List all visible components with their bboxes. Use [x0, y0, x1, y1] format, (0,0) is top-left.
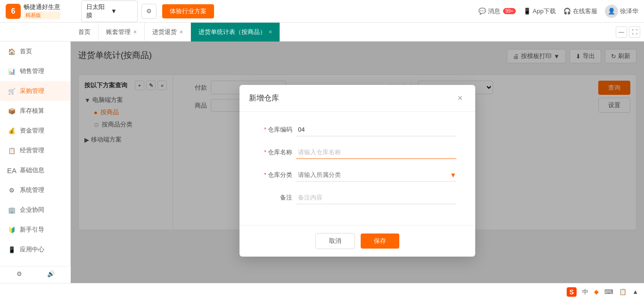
app-icon: 📱	[8, 245, 16, 254]
warehouse-name-row: 仓库名称	[258, 146, 456, 159]
message-icon: 💬	[479, 8, 486, 15]
header-right: 💬 消息 99+ 📱 App下载 🎧 在线客服 👤 徐泽华	[479, 5, 638, 18]
sidebar-item-finance[interactable]: 💰 资金管理	[0, 121, 70, 141]
box-icon: 📦	[8, 107, 16, 115]
tab-controls: — ⛶	[616, 26, 644, 38]
tab-purchase-stats[interactable]: 进货单统计表（按商品） ×	[191, 23, 280, 42]
warehouse-code-row: 仓库编码	[258, 123, 456, 136]
gear-icon: ⚙	[146, 8, 152, 15]
new-warehouse-dialog: 新增仓库 × 仓库编码 仓库名称 仓库	[239, 85, 475, 257]
expand-icon[interactable]: ▲	[632, 288, 638, 295]
sidebar-item-inventory[interactable]: 📦 库存核算	[0, 101, 70, 121]
settings-button[interactable]: ⚙	[141, 4, 157, 19]
content-area: 进货单统计(按商品) 🖨 按模板打印 ▼ ⬇ 导出 ↻ 刷新	[71, 42, 644, 300]
sidebar-item-sales[interactable]: 📊 销售管理	[0, 61, 70, 81]
dialog-close-button[interactable]: ×	[454, 92, 466, 104]
dot-icon: ◆	[594, 288, 599, 295]
logo-text: 畅捷通好生意 精易版	[24, 3, 60, 19]
avatar: 👤	[605, 5, 618, 18]
tab-close-return[interactable]: ×	[180, 29, 183, 35]
folder-icon: EA	[8, 166, 16, 175]
sidebar-item-guide[interactable]: 🔰 新手引导	[0, 220, 70, 240]
sidebar-item-home[interactable]: 🏠 首页	[0, 42, 70, 61]
warehouse-name-label: 仓库名称	[258, 148, 296, 157]
logo-area: 6 畅捷通好生意 精易版	[6, 3, 76, 19]
cart-icon: 🛒	[8, 87, 16, 95]
warehouse-code-label: 仓库编码	[258, 125, 296, 134]
chart-icon: 📊	[8, 67, 16, 75]
system-icon: ⚙	[8, 186, 16, 194]
building-icon: 🏢	[8, 206, 16, 214]
cancel-button[interactable]: 取消	[315, 233, 355, 249]
tab-account[interactable]: 账套管理 ×	[99, 23, 145, 42]
money-icon: 💰	[8, 126, 16, 135]
app-logo-icon: 6	[6, 4, 21, 19]
top-header: 6 畅捷通好生意 精易版 日太阳膜 ▼ ⚙ 体验行业方案 💬 消息 99+ 📱 …	[0, 0, 644, 23]
home-icon: 🏠	[8, 47, 16, 56]
warehouse-category-label: 仓库分类	[258, 171, 296, 179]
sidebar-speaker-icon[interactable]: 🔊	[47, 270, 55, 277]
sidebar-item-enterprise[interactable]: 🏢 企业协同	[0, 200, 70, 220]
dialog-title: 新增仓库	[249, 93, 279, 103]
message-button[interactable]: 💬 消息 99+	[479, 7, 516, 16]
tab-bar: 首页 账套管理 × 进货退货 × 进货单统计表（按商品） × — ⛶	[0, 23, 644, 42]
sidebar-item-basic[interactable]: EA 基础信息	[0, 160, 70, 180]
tab-close-account[interactable]: ×	[133, 29, 137, 35]
clipboard-icon: 📋	[8, 146, 16, 155]
modal-overlay[interactable]: 新增仓库 × 仓库编码 仓库名称 仓库	[71, 42, 644, 300]
sidebar-item-system[interactable]: ⚙ 系统管理	[0, 180, 70, 200]
trial-button[interactable]: 体验行业方案	[162, 4, 214, 18]
category-dropdown-icon: ▼	[450, 171, 456, 179]
dialog-header: 新增仓库 ×	[239, 85, 475, 112]
user-menu[interactable]: 👤 徐泽华	[605, 5, 638, 18]
save-button[interactable]: 保存	[361, 233, 399, 249]
store-chevron-icon: ▼	[111, 8, 132, 15]
chinese-input-icon[interactable]: 中	[582, 288, 588, 296]
mobile-icon: 📱	[523, 8, 531, 15]
tab-fullscreen-button[interactable]: ⛶	[629, 26, 640, 38]
warehouse-category-row: 仓库分类 ▼	[258, 168, 456, 182]
tab-close-stats[interactable]: ×	[269, 29, 272, 35]
warehouse-code-input[interactable]	[296, 123, 456, 136]
warehouse-category-input[interactable]	[296, 168, 450, 181]
taskbar-icon[interactable]: 📋	[619, 288, 627, 295]
bottom-bar: S 中 ◆ ⌨ 📋 ▲	[0, 283, 644, 300]
keyboard-icon[interactable]: ⌨	[604, 288, 613, 295]
app-download-button[interactable]: 📱 App下载	[523, 7, 556, 16]
warehouse-remark-label: 备注	[258, 193, 296, 202]
dialog-body: 仓库编码 仓库名称 仓库分类 ▼	[239, 112, 475, 225]
online-service-button[interactable]: 🎧 在线客服	[563, 7, 597, 16]
tab-minimize-button[interactable]: —	[616, 26, 627, 38]
main-layout: 🏠 首页 📊 销售管理 🛒 采购管理 📦 库存核算 💰 资金管理 📋 经营管理 …	[0, 42, 644, 300]
warehouse-remark-row: 备注	[258, 191, 456, 204]
sidebar-item-app[interactable]: 📱 应用中心	[0, 240, 70, 259]
sidebar: 🏠 首页 📊 销售管理 🛒 采购管理 📦 库存核算 💰 资金管理 📋 经营管理 …	[0, 42, 71, 300]
warehouse-name-input[interactable]	[296, 146, 456, 159]
tab-purchase-return[interactable]: 进货退货 ×	[145, 23, 191, 42]
store-selector[interactable]: 日太阳膜 ▼	[81, 0, 138, 22]
warehouse-remark-input[interactable]	[296, 191, 456, 204]
dialog-footer: 取消 保存	[239, 225, 475, 257]
headset-icon: 🎧	[563, 8, 571, 15]
sidebar-item-purchase[interactable]: 🛒 采购管理	[0, 81, 70, 101]
sidebar-item-operations[interactable]: 📋 经营管理	[0, 141, 70, 160]
warehouse-category-select[interactable]: ▼	[296, 168, 456, 182]
tab-home[interactable]: 首页	[71, 23, 99, 42]
guide-icon: 🔰	[8, 225, 16, 234]
s-logo: S	[567, 287, 577, 297]
sidebar-settings-icon[interactable]: ⚙	[17, 270, 22, 277]
message-badge: 99+	[503, 8, 516, 14]
